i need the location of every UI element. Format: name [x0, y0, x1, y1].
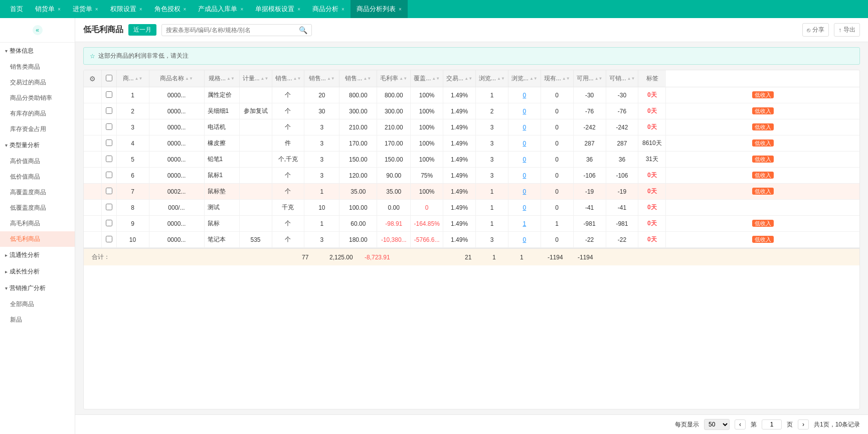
view1-link[interactable]: 0: [523, 188, 527, 195]
cell-view1[interactable]: 0: [508, 168, 541, 184]
time-filter-button[interactable]: 近一月: [128, 24, 156, 36]
cell-view1[interactable]: 0: [508, 87, 541, 103]
th-spec[interactable]: 规格... ▲▼: [204, 70, 239, 87]
view1-link[interactable]: 0: [523, 172, 527, 179]
nav-close-permission[interactable]: ×: [139, 7, 142, 12]
prev-page-button[interactable]: ‹: [735, 419, 746, 429]
page-number-input[interactable]: [762, 419, 782, 429]
row-checkbox-7[interactable]: [106, 204, 112, 210]
sidebar-group-marketing[interactable]: ▾ 营销推广分析: [0, 280, 75, 297]
sidebar-item-traded-products[interactable]: 交易过的商品: [0, 75, 75, 90]
row-checkbox-5[interactable]: [106, 172, 112, 178]
nav-analysis-list[interactable]: 商品分析列表 ×: [351, 0, 408, 18]
row-checkbox-9[interactable]: [106, 236, 112, 242]
nav-permission[interactable]: 权限设置 ×: [104, 0, 148, 18]
row-checkbox-2[interactable]: [106, 123, 112, 130]
nav-close-purchase[interactable]: ×: [95, 7, 98, 12]
sidebar-item-new-products[interactable]: 新品: [0, 312, 75, 328]
select-all-checkbox[interactable]: [106, 75, 112, 81]
cell-view1[interactable]: 0: [508, 119, 541, 135]
share-button[interactable]: ⎋ 分享: [802, 23, 829, 37]
th-sale-profit[interactable]: 销售... ▲▼: [339, 70, 377, 87]
th-avail[interactable]: 可用... ▲▼: [573, 70, 606, 87]
th-trade[interactable]: 交易... ▲▼: [443, 70, 476, 87]
cell-unit: 个: [272, 87, 304, 103]
th-settings[interactable]: ⚙: [84, 70, 101, 87]
view1-link[interactable]: 0: [523, 140, 527, 147]
th-code[interactable]: 商... ▲▼: [116, 70, 149, 87]
search-icon[interactable]: 🔍: [299, 26, 307, 34]
row-checkbox-8[interactable]: [106, 220, 112, 226]
cell-view1[interactable]: 0: [508, 152, 541, 168]
th-name[interactable]: 商品名称 ▲▼: [149, 70, 204, 87]
row-checkbox-0[interactable]: [106, 91, 112, 98]
sidebar-group-circulation[interactable]: ▸ 流通性分析: [0, 247, 75, 263]
tag-badge: 低收入: [752, 188, 774, 195]
next-page-button[interactable]: ›: [798, 419, 809, 429]
nav-close-sales[interactable]: ×: [58, 7, 61, 12]
sidebar-item-in-stock[interactable]: 有库存的商品: [0, 106, 75, 121]
th-view2[interactable]: 浏览... ▲▼: [508, 70, 541, 87]
sidebar-item-low-value[interactable]: 低价值商品: [0, 169, 75, 185]
th-sell-days[interactable]: 可销... ▲▼: [606, 70, 638, 87]
export-button[interactable]: ↑ 导出: [834, 23, 860, 37]
view1-link[interactable]: 0: [523, 124, 527, 131]
nav-close-product-entry[interactable]: ×: [240, 7, 243, 12]
nav-close-role[interactable]: ×: [184, 7, 187, 12]
cell-view1[interactable]: 0: [508, 103, 541, 119]
nav-product-analysis[interactable]: 商品分析 ×: [306, 0, 351, 18]
th-cover[interactable]: 覆盖... ▲▼: [411, 70, 443, 87]
row-checkbox-4[interactable]: [106, 156, 112, 162]
cell-name: 笔记本: [204, 232, 239, 248]
cell-checkbox: [101, 87, 116, 103]
total-sale-profit: -8,723.91: [365, 254, 402, 261]
nav-role[interactable]: 角色授权 ×: [148, 0, 193, 18]
sidebar-group-type[interactable]: ▾ 类型量分析: [0, 137, 75, 154]
sidebar-item-capital[interactable]: 库存资金占用: [0, 121, 75, 137]
cell-view1[interactable]: 0: [508, 135, 541, 152]
settings-icon[interactable]: ⚙: [89, 75, 96, 83]
nav-close-analysis-list[interactable]: ×: [399, 7, 402, 12]
nav-close-product-analysis[interactable]: ×: [341, 7, 344, 12]
cell-view1[interactable]: 0: [508, 232, 541, 248]
nav-close-template[interactable]: ×: [297, 7, 300, 12]
sidebar-item-low-coverage[interactable]: 低覆盖度商品: [0, 200, 75, 216]
nav-home[interactable]: 首页: [4, 0, 29, 18]
row-checkbox-3[interactable]: [106, 139, 112, 146]
row-checkbox-1[interactable]: [106, 107, 112, 114]
view1-link[interactable]: 0: [523, 108, 527, 115]
nav-sales[interactable]: 销货单 ×: [29, 0, 67, 18]
th-view1[interactable]: 浏览... ▲▼: [476, 70, 508, 87]
row-checkbox-6[interactable]: [106, 188, 112, 194]
sidebar-collapse-button[interactable]: «: [33, 25, 43, 35]
view1-link[interactable]: 0: [523, 204, 527, 211]
view1-link[interactable]: 1: [523, 220, 527, 227]
view1-link[interactable]: 0: [523, 92, 527, 99]
sidebar-item-all-products[interactable]: 全部商品: [0, 297, 75, 312]
th-gross[interactable]: 毛利率 ▲▼: [377, 70, 411, 87]
per-page-select[interactable]: 50 20 100: [704, 419, 730, 430]
cell-view1[interactable]: 0: [508, 184, 541, 200]
sidebar-item-category-rate[interactable]: 商品分类助销率: [0, 90, 75, 106]
nav-template[interactable]: 单据模板设置 ×: [249, 0, 306, 18]
sidebar-item-high-margin[interactable]: 高毛利商品: [0, 216, 75, 231]
th-qty[interactable]: 销售... ▲▼: [272, 70, 304, 87]
nav-purchase[interactable]: 进货单 ×: [67, 0, 104, 18]
sidebar-group-overall[interactable]: ▾ 整体信息: [0, 43, 75, 59]
sidebar-item-low-margin[interactable]: 低毛利商品: [0, 231, 75, 247]
table-row: 8 000/... 测试 千克 10 100.00 0.00 0 1.49% 1…: [84, 200, 859, 216]
sidebar-item-sales-products[interactable]: 销售类商品: [0, 59, 75, 75]
view1-link[interactable]: 0: [523, 236, 527, 243]
cell-view1[interactable]: 1: [508, 216, 541, 232]
nav-product-entry[interactable]: 产成品入库单 ×: [192, 0, 249, 18]
sidebar-group-growth[interactable]: ▸ 成长性分析: [0, 263, 75, 280]
th-unit[interactable]: 计量... ▲▼: [239, 70, 272, 87]
th-price[interactable]: 销售... ▲▼: [304, 70, 339, 87]
search-input[interactable]: [166, 27, 299, 34]
cell-view1[interactable]: 0: [508, 200, 541, 216]
view1-link[interactable]: 0: [523, 156, 527, 163]
cell-avail: -981: [606, 216, 638, 232]
sidebar-item-high-coverage[interactable]: 高覆盖度商品: [0, 185, 75, 200]
th-stock[interactable]: 现有... ▲▼: [541, 70, 573, 87]
sidebar-item-high-value[interactable]: 高价值商品: [0, 154, 75, 169]
